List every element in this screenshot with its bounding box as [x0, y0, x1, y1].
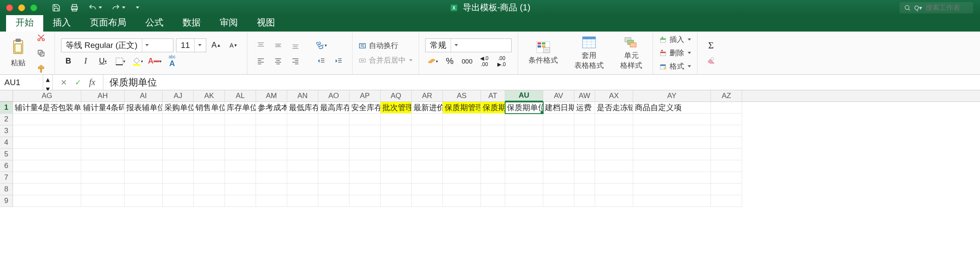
cell-AG2[interactable]: [13, 114, 81, 125]
cell-AW7[interactable]: [574, 172, 595, 184]
cell-AY4[interactable]: [633, 137, 711, 149]
cell-AQ2[interactable]: [381, 114, 412, 125]
cell-AU6[interactable]: [505, 160, 543, 172]
column-header-AQ[interactable]: AQ: [381, 90, 412, 102]
cell-AG4[interactable]: [13, 137, 81, 149]
cell-AR5[interactable]: [412, 149, 443, 160]
cell-AM8[interactable]: [256, 184, 287, 195]
cell-AS9[interactable]: [443, 195, 481, 207]
increase-font-button[interactable]: A▲: [209, 39, 224, 52]
cell-AR4[interactable]: [412, 137, 443, 149]
cell-AV5[interactable]: [543, 149, 574, 160]
align-top-button[interactable]: [253, 39, 268, 52]
cell-AH5[interactable]: [81, 149, 125, 160]
cell-AS3[interactable]: [443, 125, 481, 137]
cell-AY3[interactable]: [633, 125, 711, 137]
cell-AV7[interactable]: [543, 172, 574, 184]
cell-AY7[interactable]: [633, 172, 711, 184]
zoom-window-button[interactable]: [30, 4, 37, 11]
cell-AP3[interactable]: [349, 125, 381, 137]
cell-AM2[interactable]: [256, 114, 287, 125]
cell-AT2[interactable]: [481, 114, 505, 125]
cell-AL5[interactable]: [225, 149, 256, 160]
cut-button[interactable]: [34, 31, 48, 44]
cell-AH9[interactable]: [81, 195, 125, 207]
minimize-window-button[interactable]: [18, 4, 25, 11]
cell-AH6[interactable]: [81, 160, 125, 172]
cell-AG1[interactable]: 辅计量4是否包装单位: [13, 102, 81, 114]
cell-AR1[interactable]: 最新进价: [412, 102, 443, 114]
cell-AM5[interactable]: [256, 149, 287, 160]
cell-AO5[interactable]: [318, 149, 349, 160]
column-header-AH[interactable]: AH: [81, 90, 125, 102]
cell-AY8[interactable]: [633, 184, 711, 195]
cell-AP8[interactable]: [349, 184, 381, 195]
enter-formula-button[interactable]: ✓: [75, 78, 81, 87]
cell-AV4[interactable]: [543, 137, 574, 149]
wrap-text-button[interactable]: 自动换行: [359, 40, 413, 52]
column-header-AY[interactable]: AY: [633, 90, 711, 102]
cell-AZ7[interactable]: [711, 172, 742, 184]
cell-AW8[interactable]: [574, 184, 595, 195]
column-header-AO[interactable]: AO: [318, 90, 349, 102]
cell-AI8[interactable]: [125, 184, 163, 195]
column-header-AK[interactable]: AK: [194, 90, 225, 102]
increase-decimal-button[interactable]: ◀.0.00: [477, 55, 492, 68]
cell-AT3[interactable]: [481, 125, 505, 137]
cell-AL6[interactable]: [225, 160, 256, 172]
select-all-corner[interactable]: [0, 90, 13, 102]
name-box-spinner[interactable]: ▴ ▾: [43, 75, 53, 90]
column-header-AG[interactable]: AG: [13, 90, 81, 102]
cell-AJ4[interactable]: [163, 137, 194, 149]
cell-AH2[interactable]: [81, 114, 125, 125]
cell-AQ3[interactable]: [381, 125, 412, 137]
cell-AG9[interactable]: [13, 195, 81, 207]
column-header-AN[interactable]: AN: [287, 90, 318, 102]
cell-AW6[interactable]: [574, 160, 595, 172]
cell-AH3[interactable]: [81, 125, 125, 137]
cell-AH7[interactable]: [81, 172, 125, 184]
cell-AK1[interactable]: 销售单位: [194, 102, 225, 114]
cell-AO4[interactable]: [318, 137, 349, 149]
cell-AW3[interactable]: [574, 125, 595, 137]
cell-AJ8[interactable]: [163, 184, 194, 195]
cell-AT4[interactable]: [481, 137, 505, 149]
column-header-AR[interactable]: AR: [412, 90, 443, 102]
tab-开始[interactable]: 开始: [6, 13, 43, 32]
cell-AH8[interactable]: [81, 184, 125, 195]
cell-AR2[interactable]: [412, 114, 443, 125]
cell-AS6[interactable]: [443, 160, 481, 172]
tab-审阅[interactable]: 审阅: [210, 13, 247, 32]
row-header-9[interactable]: 9: [0, 195, 13, 207]
cell-AZ8[interactable]: [711, 184, 742, 195]
italic-button[interactable]: I: [78, 55, 93, 68]
align-middle-button[interactable]: [271, 39, 285, 52]
cell-AI2[interactable]: [125, 114, 163, 125]
cell-AM6[interactable]: [256, 160, 287, 172]
cell-AZ4[interactable]: [711, 137, 742, 149]
qat-customize-icon[interactable]: [135, 6, 139, 9]
row-header-6[interactable]: 6: [0, 160, 13, 172]
cell-AX1[interactable]: 是否走冻链: [595, 102, 633, 114]
cell-AG5[interactable]: [13, 149, 81, 160]
column-header-AT[interactable]: AT: [481, 90, 505, 102]
cell-AI7[interactable]: [125, 172, 163, 184]
delete-cells-button[interactable]: 删除: [659, 48, 691, 58]
cell-AO2[interactable]: [318, 114, 349, 125]
cell-AG6[interactable]: [13, 160, 81, 172]
cell-AV3[interactable]: [543, 125, 574, 137]
fx-icon[interactable]: fx: [89, 77, 95, 87]
cell-AK2[interactable]: [194, 114, 225, 125]
border-button[interactable]: ▾: [113, 55, 128, 68]
decrease-indent-button[interactable]: [314, 54, 329, 67]
cell-AS1[interactable]: 保质期管理: [443, 102, 481, 114]
cell-styles-button[interactable]: 单元 格样式: [616, 34, 647, 72]
row-header-4[interactable]: 4: [0, 137, 13, 149]
cell-AZ9[interactable]: [711, 195, 742, 207]
cell-AJ9[interactable]: [163, 195, 194, 207]
sheet-search[interactable]: Q▾: [900, 2, 973, 13]
cell-AU4[interactable]: [505, 137, 543, 149]
cell-AM9[interactable]: [256, 195, 287, 207]
chevron-up-icon[interactable]: ▴: [43, 75, 52, 84]
cell-AZ2[interactable]: [711, 114, 742, 125]
